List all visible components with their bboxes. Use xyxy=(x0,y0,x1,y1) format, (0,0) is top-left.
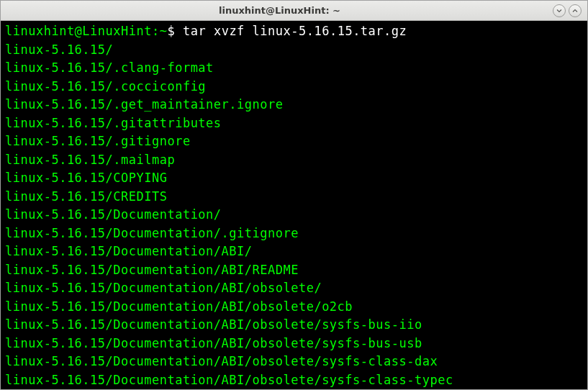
output-line: linux-5.16.15/Documentation/ABI/obsolete… xyxy=(5,298,583,317)
output-line: linux-5.16.15/.get_maintainer.ignore xyxy=(5,96,583,114)
output-line: linux-5.16.15/Documentation/.gitignore xyxy=(5,225,583,243)
minimize-button[interactable] xyxy=(553,4,566,17)
output-line: linux-5.16.15/Documentation/ABI/obsolete… xyxy=(5,371,583,390)
chevron-up-icon xyxy=(572,8,578,14)
titlebar: linuxhint@LinuxHint: ~ xyxy=(1,1,587,21)
command-text xyxy=(175,24,183,38)
terminal-window: linuxhint@LinuxHint: ~ linuxhint@LinuxHi… xyxy=(0,0,588,390)
command-line: linuxhint@LinuxHint:~$ tar xvzf linux-5.… xyxy=(5,22,583,41)
chevron-down-icon xyxy=(556,8,562,14)
output-line: linux-5.16.15/.gitignore xyxy=(5,132,583,151)
output-line: linux-5.16.15/Documentation/ABI/ xyxy=(5,242,583,261)
output-line: linux-5.16.15/COPYING xyxy=(5,169,583,188)
output-line: linux-5.16.15/.mailmap xyxy=(5,151,583,170)
output-line: linux-5.16.15/ xyxy=(5,41,583,60)
output-container: linux-5.16.15/linux-5.16.15/.clang-forma… xyxy=(5,41,583,390)
prompt-symbol: $ xyxy=(167,24,175,38)
output-line: linux-5.16.15/Documentation/ABI/README xyxy=(5,261,583,280)
output-line: linux-5.16.15/CREDITS xyxy=(5,188,583,207)
output-line: linux-5.16.15/.cocciconfig xyxy=(5,78,583,96)
window-title: linuxhint@LinuxHint: ~ xyxy=(6,5,553,16)
command-input: tar xvzf linux-5.16.15.tar.gz xyxy=(183,24,407,38)
output-line: linux-5.16.15/Documentation/ABI/obsolete… xyxy=(5,353,583,371)
output-line: linux-5.16.15/.gitattributes xyxy=(5,114,583,133)
output-line: linux-5.16.15/Documentation/ABI/obsolete… xyxy=(5,279,583,298)
output-line: linux-5.16.15/Documentation/ABI/obsolete… xyxy=(5,316,583,335)
output-line: linux-5.16.15/Documentation/ABI/obsolete… xyxy=(5,335,583,353)
prompt-path: ~ xyxy=(160,24,168,38)
window-controls xyxy=(553,4,582,17)
prompt-colon: : xyxy=(152,24,160,38)
output-line: linux-5.16.15/Documentation/ xyxy=(5,206,583,225)
maximize-button[interactable] xyxy=(569,4,582,17)
output-line: linux-5.16.15/.clang-format xyxy=(5,59,583,78)
terminal-body[interactable]: linuxhint@LinuxHint:~$ tar xvzf linux-5.… xyxy=(1,21,587,389)
prompt-user-host: linuxhint@LinuxHint xyxy=(5,24,152,38)
